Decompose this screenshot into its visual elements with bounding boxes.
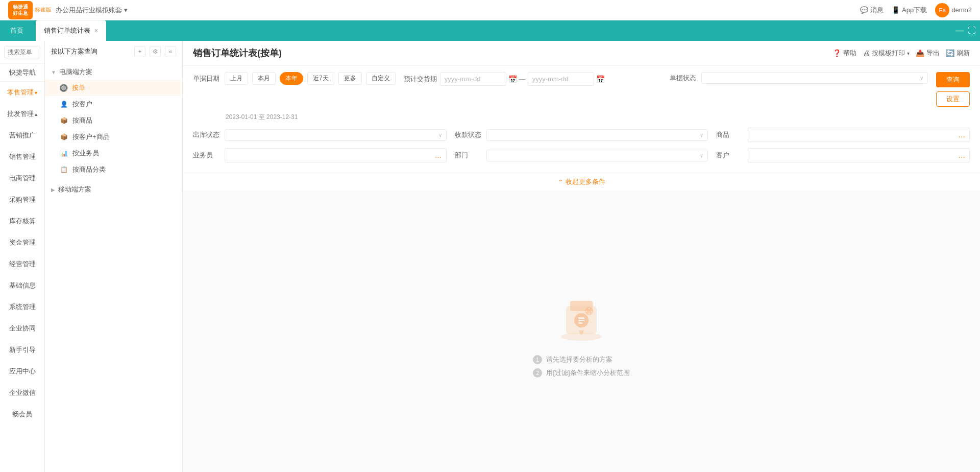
industry-select[interactable]: 办公用品行业模拟账套 ▾ [56,6,128,15]
settings-btn[interactable]: 设置 [936,91,970,107]
message-btn[interactable]: 💬 消息 [860,6,884,15]
goods-select[interactable]: … [748,128,970,142]
payment-select[interactable]: ∨ [486,129,708,141]
scheme-item-by-goods[interactable]: 📦 按商品 [45,112,182,129]
settings-scheme-btn[interactable]: ⚙ [150,46,161,57]
scheme-item-by-order[interactable]: 🔘 按单 [45,80,182,96]
empty-illustration [551,286,612,347]
calendar-start-icon[interactable]: 📅 [508,75,517,83]
sidebar-item-management[interactable]: 经营管理 [0,253,44,275]
refresh-icon: 🔄 [946,49,954,57]
calendar-end-icon[interactable]: 📅 [596,75,605,83]
goods-ellipsis-icon[interactable]: … [958,131,965,139]
department-select[interactable]: ∨ [486,150,708,161]
sidebar-item-ecommerce[interactable]: 电商管理 [0,168,44,189]
sidebar-item-system[interactable]: 系统管理 [0,296,44,318]
shipment-label: 出库状态 [193,130,222,139]
export-btn[interactable]: 📤 导出 [916,49,940,58]
date-btn-this-year[interactable]: 本年 [280,72,303,85]
print-btn[interactable]: 🖨 按模板打印 ▾ [863,49,910,58]
download-icon: 📱 [892,6,900,14]
by-goods-icon: 📦 [59,116,68,125]
empty-tip-2: 2 用[过滤]条件来缩小分析范围 [533,368,629,377]
date-filter-group: 单据日期 上月 本月 本年 近7天 更多 自定义 [193,72,396,85]
date-btn-custom[interactable]: 自定义 [366,72,396,85]
sidebar-item-cooperation[interactable]: 企业协同 [0,318,44,339]
scheme-group-pc-header[interactable]: ▼ 电脑端方案 [45,64,182,80]
date-btn-this-month[interactable]: 本月 [252,72,276,85]
status-arrow-icon: ∨ [920,75,923,81]
main-layout: 快捷导航 零售管理 ▾ 批发管理 ▴ 营销推广 销售管理 电商管理 采购管理 库… [0,41,980,472]
tab-actions: — ⛶ [955,26,980,35]
window-maximize-icon[interactable]: ⛶ [968,26,976,35]
sidebar-item-appcenter[interactable]: 应用中心 [0,361,44,382]
sidebar-item-wechat[interactable]: 企业微信 [0,382,44,404]
svg-rect-5 [578,320,584,321]
collapse-panel-btn[interactable]: « [165,46,176,57]
sidebar-item-purchase[interactable]: 采购管理 [0,189,44,210]
status-label: 单据状态 [670,74,698,83]
app-download-btn[interactable]: 📱 App下载 [892,6,927,15]
left-panel-icons: + ⚙ « [134,46,176,57]
scheme-item-by-order-icon: 🔘 [59,84,68,92]
sidebar: 快捷导航 零售管理 ▾ 批发管理 ▴ 营销推广 销售管理 电商管理 采购管理 库… [0,41,45,472]
customer-select[interactable]: … [748,148,970,162]
expected-date-label: 预计交货期 [404,75,437,84]
content-area: 按以下方案查询 + ⚙ « ▼ 电脑端方案 🔘 按单 👤 [45,41,980,472]
expected-date-end[interactable] [528,72,594,86]
filter-section: 单据日期 上月 本月 本年 近7天 更多 自定义 预计交货期 [183,66,980,173]
sidebar-item-sales[interactable]: 销售管理 [0,146,44,168]
scheme-item-by-salesperson[interactable]: 📊 按业务员 [45,145,182,161]
date-btn-more[interactable]: 更多 [338,72,362,85]
sidebar-item-shortcut[interactable]: 快捷导航 [0,64,44,82]
print-arrow-icon: ▾ [907,51,910,56]
logo: 畅捷通 好生意 [8,1,33,19]
by-customer-goods-icon: 📦 [59,132,68,141]
goods-label: 商品 [716,130,745,139]
shipment-status-group: 出库状态 ∨ [193,129,447,141]
refresh-btn[interactable]: 🔄 刷新 [946,49,970,58]
empty-tip-1: 1 请先选择要分析的方案 [533,355,629,364]
tab-home[interactable]: 首页 [0,20,34,41]
scheme-group-pc: ▼ 电脑端方案 🔘 按单 👤 按客户 📦 按商品 📦 [45,62,182,180]
customer-ellipsis-icon[interactable]: … [958,151,965,159]
salesperson-select[interactable]: … [225,148,447,162]
empty-state: 1 请先选择要分析的方案 2 用[过滤]条件来缩小分析范围 [183,191,980,472]
sidebar-item-finance[interactable]: 资金管理 [0,232,44,253]
department-label: 部门 [455,151,483,160]
page-header-actions: ❓ 帮助 🖨 按模板打印 ▾ 📤 导出 🔄 刷新 [832,49,970,64]
date-btn-last-month[interactable]: 上月 [225,72,248,85]
scheme-item-by-customer[interactable]: 👤 按客户 [45,96,182,112]
payment-status-group: 收款状态 ∨ [455,129,708,141]
sidebar-item-basicinfo[interactable]: 基础信息 [0,275,44,296]
salesperson-ellipsis-icon[interactable]: … [435,151,442,159]
collapse-up-icon: ⌃ [558,178,564,186]
sidebar-item-member[interactable]: 畅会员 [0,404,44,425]
shipment-select[interactable]: ∨ [225,129,447,141]
message-icon: 💬 [860,6,868,14]
tab-close-icon[interactable]: × [94,27,98,34]
collapse-label: 收起更多条件 [566,177,605,186]
window-minimize-icon[interactable]: — [955,26,964,35]
department-group: 部门 ∨ [455,150,708,161]
sidebar-item-marketing[interactable]: 营销推广 [0,125,44,146]
collapse-row[interactable]: ⌃ 收起更多条件 [183,173,980,191]
sidebar-item-retail[interactable]: 零售管理 ▾ [0,82,44,103]
user-menu[interactable]: Ea demo2 [935,3,972,17]
scheme-group-mobile-header[interactable]: ▶ 移动端方案 [45,182,182,197]
search-input[interactable] [4,46,40,58]
tab-active[interactable]: 销售订单统计表 × [36,20,106,41]
scheme-item-by-category[interactable]: 📋 按商品分类 [45,161,182,178]
export-icon: 📤 [916,49,924,57]
status-select[interactable]: ∨ [701,72,928,84]
help-btn[interactable]: ❓ 帮助 [832,49,856,58]
sidebar-item-newbie[interactable]: 新手引导 [0,339,44,361]
expected-date-start[interactable] [440,72,506,86]
add-scheme-btn[interactable]: + [134,46,145,57]
page-title: 销售订单统计表(按单) [193,47,282,65]
scheme-item-by-customer-goods[interactable]: 📦 按客户+商品 [45,129,182,145]
sidebar-item-wholesale[interactable]: 批发管理 ▴ [0,103,44,125]
search-btn[interactable]: 查询 [936,72,970,87]
date-btn-7days[interactable]: 近7天 [307,72,334,85]
sidebar-item-inventory[interactable]: 库存核算 [0,210,44,232]
